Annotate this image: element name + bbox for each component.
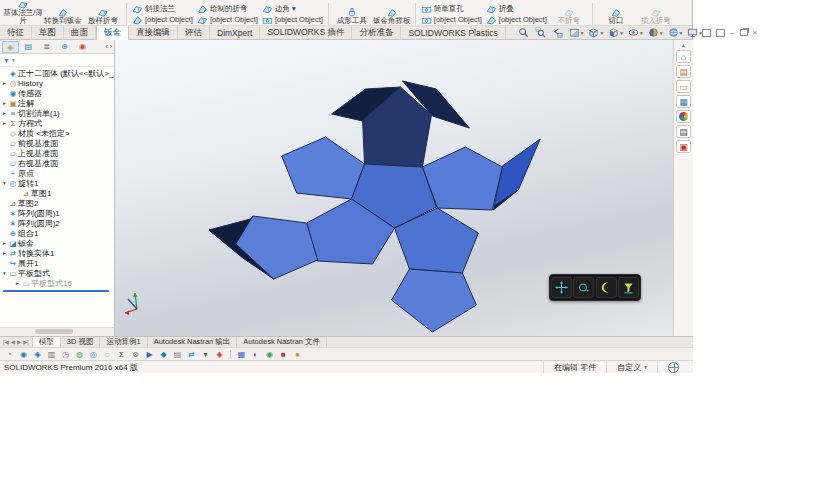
hud-toolbar-icon[interactable]: ▾: [668, 27, 683, 38]
tab-scroll-arrow[interactable]: ◀: [11, 339, 15, 345]
pentagon-upper-left[interactable]: [282, 137, 365, 199]
scroll-up-icon[interactable]: ▴: [682, 42, 685, 48]
motion-toolbar-icon[interactable]: ⇄: [186, 349, 197, 360]
tree-item[interactable]: ∗ 阵列(圆周)1: [1, 208, 114, 218]
graphics-viewport[interactable]: [115, 40, 673, 336]
expander-icon[interactable]: ▸: [1, 100, 8, 106]
expander-icon[interactable]: ▸: [1, 250, 8, 256]
ribbon-item[interactable]: [object Object]: [328, 3, 329, 25]
ribbon-item[interactable]: [object Object] 基体法兰/薄片: [3, 0, 43, 25]
tree-item[interactable]: ▾ ▭ 平板型式: [1, 268, 114, 278]
expander-icon[interactable]: ▸: [14, 280, 21, 286]
hud-toolbar-icon[interactable]: ▾: [588, 27, 603, 38]
help-cell[interactable]: [657, 361, 689, 373]
hud-toolbar-icon[interactable]: ▾: [569, 27, 584, 38]
panel-tabs-overflow[interactable]: ‹ ›: [105, 43, 114, 50]
motion-toolbar-icon[interactable]: ▦: [236, 349, 247, 360]
tree-item[interactable]: ◉ 传感器: [1, 88, 114, 98]
hud-toolbar-icon[interactable]: ▾: [687, 27, 702, 38]
ribbon-item[interactable]: [object Object] 不折弯: [549, 8, 589, 25]
tree-item[interactable]: ▸ ◷ History: [1, 78, 114, 88]
pane-button-icon[interactable]: [716, 29, 725, 37]
ribbon-item[interactable]: [object Object]: [592, 3, 593, 25]
ribbon-item[interactable]: [object Object] 放样折弯: [83, 8, 123, 25]
motion-toolbar-icon[interactable]: ◐: [250, 349, 261, 360]
ribbon-item[interactable]: 边角 ▾ [object Object]: [262, 3, 323, 25]
document-tab[interactable]: 模型: [33, 337, 61, 347]
tree-item[interactable]: ▸ ▭ 平板型式16: [1, 278, 114, 288]
document-tab[interactable]: 3D 视图: [61, 337, 101, 347]
tree-item[interactable]: ▸ ▣ 注解: [1, 98, 114, 108]
panel-tab[interactable]: ≣: [38, 41, 55, 53]
task-pane-icon[interactable]: ⌂: [676, 50, 691, 63]
tree-item[interactable]: ▸ Σ 方程式: [1, 118, 114, 128]
motion-toolbar-icon[interactable]: ■: [278, 349, 289, 360]
document-tab[interactable]: Autodesk Nastran 文件: [237, 337, 327, 347]
overlay-circle-button[interactable]: [573, 277, 594, 298]
document-tab[interactable]: 运动算例1: [100, 337, 147, 347]
motion-toolbar-icon[interactable]: ◉: [18, 349, 29, 360]
tree-item[interactable]: ⊿ 草图2: [1, 198, 114, 208]
hud-toolbar-icon[interactable]: ▾: [628, 27, 643, 38]
motion-toolbar-icon[interactable]: ◌: [102, 349, 113, 360]
filter-funnel-icon[interactable]: ▼: [3, 57, 10, 64]
command-tab[interactable]: 曲面: [64, 26, 96, 39]
motion-toolbar-icon[interactable]: ▾: [200, 349, 211, 360]
rollback-bar[interactable]: [3, 290, 109, 292]
panel-tab[interactable]: ◉: [74, 41, 91, 53]
tree-item[interactable]: ▸ ⇄ 转换实体1: [1, 248, 114, 258]
tree-item[interactable]: ▱ 前视基准面: [1, 138, 114, 148]
panel-tab[interactable]: ◈: [2, 41, 19, 53]
tree-item[interactable]: ▸ ◪ 钣金: [1, 238, 114, 248]
motion-toolbar-icon[interactable]: Σ: [116, 349, 127, 360]
pentagon-bottom[interactable]: [392, 269, 477, 332]
command-tab[interactable]: 特征: [0, 26, 32, 39]
task-pane-icon[interactable]: ▭: [676, 80, 691, 93]
tree-item[interactable]: ◇ 材质 <未指定>: [1, 128, 114, 138]
task-pane-icon[interactable]: ▤: [676, 65, 691, 78]
hud-toolbar-icon[interactable]: ▾: [608, 27, 623, 38]
overlay-funnel-button[interactable]: [618, 277, 639, 298]
expander-icon[interactable]: ▸: [1, 240, 8, 246]
motion-toolbar-icon[interactable]: ◉: [264, 349, 275, 360]
task-pane-icon[interactable]: ▤: [676, 125, 691, 138]
task-pane-icon[interactable]: ▦: [676, 95, 691, 108]
tree-horizontal-scrollbar[interactable]: [0, 327, 114, 336]
restore-button[interactable]: [740, 29, 748, 36]
ribbon-item[interactable]: [object Object] 转换到钣金: [43, 8, 83, 25]
task-pane-icon[interactable]: [676, 110, 691, 123]
command-tab[interactable]: DimXpert: [210, 26, 260, 39]
minimize-button[interactable]: –: [730, 28, 734, 37]
motion-toolbar-icon[interactable]: ◍: [74, 349, 85, 360]
motion-toolbar-icon[interactable]: ◎: [88, 349, 99, 360]
tree-item[interactable]: ▱ 右视基准面: [1, 158, 114, 168]
ribbon-item[interactable]: [object Object] 成形工具: [332, 8, 372, 25]
tree-item[interactable]: ▸ ≡ 切割清单(1): [1, 108, 114, 118]
command-tab[interactable]: 评估: [178, 26, 210, 39]
command-tab[interactable]: 分析准备: [352, 26, 401, 39]
document-tab[interactable]: Autodesk Nastran 输出: [148, 337, 238, 347]
motion-toolbar-icon[interactable]: ◆: [158, 349, 169, 360]
motion-toolbar-icon[interactable]: ▥: [46, 349, 57, 360]
command-tab[interactable]: 钣金: [96, 26, 129, 40]
panel-tab[interactable]: ▤: [20, 41, 37, 53]
command-tab[interactable]: 直接编辑: [129, 26, 178, 39]
motion-toolbar-icon[interactable]: ◷: [60, 349, 71, 360]
tree-filter-row[interactable]: ▼ ▾: [0, 54, 114, 67]
motion-toolbar-icon[interactable]: ◈: [32, 349, 43, 360]
hud-toolbar-icon[interactable]: [518, 27, 530, 38]
expander-icon[interactable]: ▸: [1, 110, 8, 116]
tab-scroll-arrow[interactable]: ▶|: [23, 339, 29, 345]
panel-tab[interactable]: ⊕: [56, 41, 73, 53]
motion-toolbar-icon[interactable]: ●: [292, 349, 303, 360]
tab-scroll-arrow[interactable]: ▶: [17, 339, 21, 345]
tree-root-item[interactable]: ◈ 正十二面体 (默认<<默认>_显示状态 1>: [1, 68, 114, 78]
tree-item[interactable]: ↪ 展开1: [1, 258, 114, 268]
hud-toolbar-icon[interactable]: [535, 27, 547, 38]
tree-item[interactable]: ⊕ 组合1: [1, 228, 114, 238]
ribbon-item[interactable]: 斜接法兰 [object Object]: [132, 3, 193, 25]
pentagon-far-left[interactable]: [236, 216, 318, 279]
tree-item[interactable]: ▱ 上视基准面: [1, 148, 114, 158]
motion-toolbar-icon[interactable]: ⊗: [130, 349, 141, 360]
ribbon-item[interactable]: [object Object]: [126, 3, 127, 25]
